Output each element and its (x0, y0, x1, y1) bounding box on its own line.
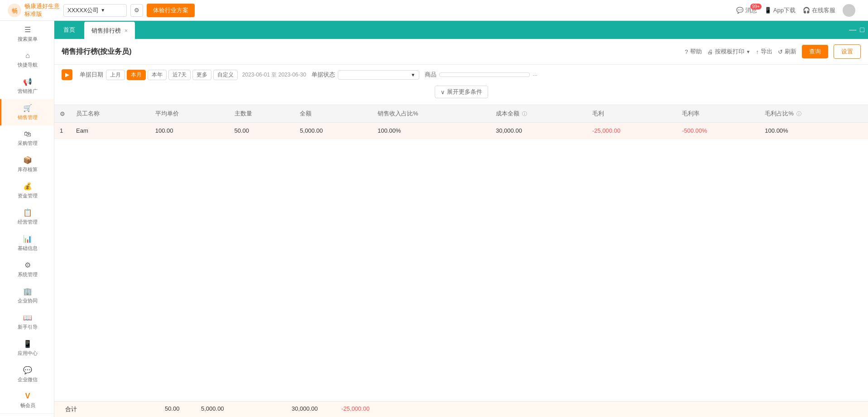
app-download-button[interactable]: 📱 App下载 (764, 6, 796, 14)
app-label: App下载 (773, 6, 796, 14)
enterprise-icon: 🏢 (23, 287, 32, 296)
cost-info-icon[interactable]: ⓘ (522, 111, 527, 116)
footer-cells: 合计 50.00 5,000.00 30,000.00 -25,000.00 (60, 405, 863, 413)
table-area: ⚙ 员工名称 平均单价 主数量 全额 销售收入占比% 成本全额 ⓘ 毛利 毛利率 (54, 105, 868, 401)
settings-button[interactable]: ⚙ (130, 4, 143, 17)
col-main-qty: 主数量 (229, 105, 295, 123)
tab-home[interactable]: 首页 (54, 21, 84, 39)
print-label: 按模板打印 (715, 48, 744, 56)
sidebar-item-marketing[interactable]: 📢 营销推广 (0, 73, 54, 99)
date-btn-more[interactable]: 更多 (192, 70, 211, 80)
sidebar-item-quick-nav[interactable]: ⌂ 快捷导航 (0, 47, 54, 73)
cell-amount-0: 5,000.00 (294, 123, 372, 139)
sidebar-item-system-label: 系统管理 (18, 271, 38, 278)
sidebar-item-sales-label: 销售管理 (18, 114, 38, 121)
sidebar-item-guide[interactable]: 📖 新手引导 (0, 309, 54, 335)
tab-close-icon[interactable]: × (125, 28, 128, 34)
date-btn-this-month[interactable]: 本月 (127, 70, 146, 80)
logo-text: 畅康通好生意 标准版 (24, 3, 60, 18)
date-btn-7days[interactable]: 近7天 (168, 70, 191, 80)
cell-avg-price-0: 100.00 (150, 123, 229, 139)
message-button[interactable]: 💬 消息 99+ (736, 6, 757, 14)
table-header-row: ⚙ 员工名称 平均单价 主数量 全额 销售收入占比% 成本全额 ⓘ 毛利 毛利率 (54, 105, 868, 123)
sidebar-item-app-center-label: 应用中心 (18, 350, 38, 357)
refresh-label: 刷新 (785, 48, 796, 56)
avatar[interactable] (843, 4, 855, 17)
sidebar-item-purchase[interactable]: 🛍 采购管理 (0, 125, 54, 151)
page-title: 销售排行榜(按业务员) (62, 47, 132, 57)
print-icon: 🖨 (707, 48, 713, 55)
export-label: 导出 (761, 48, 772, 56)
table-footer: 合计 50.00 5,000.00 30,000.00 -25,000.00 (54, 401, 868, 417)
main-layout: ☰ 搜索菜单 ⌂ 快捷导航 📢 营销推广 🛒 销售管理 🛍 采购管理 📦 库存核… (0, 21, 868, 417)
sidebar-item-app-center[interactable]: 📱 应用中心 (0, 335, 54, 361)
date-btn-last-month[interactable]: 上月 (106, 70, 125, 80)
col-gross-rate: 毛利率 (676, 105, 759, 123)
page-header: 销售排行榜(按业务员) ? 帮助 🖨 按模板打印 ▼ ↑ 导出 ↺ 刷新 (54, 39, 868, 65)
sidebar-item-enterprise-label: 企业协同 (18, 297, 38, 304)
sidebar-item-search-order[interactable]: ☰ 搜索菜单 (0, 21, 54, 47)
content-area: 首页 销售排行榜 × — □ 销售排行榜(按业务员) ? 帮助 🖨 按模 (54, 21, 868, 417)
top-bar: 畅 畅康通好生意 标准版 XXXXX公司 ▼ ⚙ 体验行业方案 💬 消息 99+… (0, 0, 868, 21)
filter-expand-arrow[interactable]: ▶ (62, 69, 72, 80)
refresh-button[interactable]: ↺ 刷新 (778, 48, 796, 56)
cell-gross-rate-0: -500.00% (676, 123, 759, 139)
query-button[interactable]: 查询 (802, 45, 828, 58)
sidebar-item-operation[interactable]: 📋 经营管理 (0, 204, 54, 230)
date-btn-custom[interactable]: 自定义 (213, 70, 238, 80)
export-button[interactable]: ↑ 导出 (756, 48, 773, 56)
sidebar-item-member[interactable]: V 畅会员 (0, 388, 54, 413)
filter-row: ▶ 单据日期 上月 本月 本年 近7天 更多 自定义 2023-06-01 至 … (62, 69, 861, 80)
status-filter-label: 单据状态 (312, 71, 335, 79)
expand-more-label: 展开更多条件 (447, 88, 482, 96)
help-icon: ? (685, 48, 688, 55)
col-gross: 毛利 (587, 105, 676, 123)
online-service-button[interactable]: 🎧 在线客服 (803, 6, 835, 14)
date-btn-this-year[interactable]: 本年 (148, 70, 167, 80)
sidebar-item-system[interactable]: ⚙ 系统管理 (0, 256, 54, 283)
sidebar-item-enterprise[interactable]: 🏢 企业协同 (0, 283, 54, 309)
search-order-icon: ☰ (24, 25, 31, 34)
footer-gross: -25,000.00 (336, 405, 386, 413)
expand-row: ∨ 展开更多条件 (62, 80, 861, 100)
footer-amount: 5,000.00 (196, 405, 241, 413)
settings-page-button[interactable]: 设置 (834, 44, 861, 59)
marketing-icon: 📢 (23, 77, 32, 86)
status-select[interactable]: ▼ (338, 70, 419, 80)
sidebar-item-purchase-label: 采购管理 (18, 140, 38, 147)
quick-nav-icon: ⌂ (25, 52, 30, 60)
footer-cost: 30,000.00 (286, 405, 336, 413)
trial-button[interactable]: 体验行业方案 (147, 4, 195, 17)
logo-icon: 畅 (7, 3, 22, 18)
system-icon: ⚙ (24, 261, 31, 269)
col-avg-price: 平均单价 (150, 105, 229, 123)
table-settings-icon[interactable]: ⚙ (60, 110, 65, 117)
tab-home-label: 首页 (63, 26, 75, 34)
sidebar-item-basic-info[interactable]: 📊 基础信息 (0, 230, 54, 256)
table-row: 1 Eam 100.00 50.00 5,000.00 100.00% 30,0… (54, 123, 868, 139)
tab-sales-ranking[interactable]: 销售排行榜 × (84, 22, 135, 40)
goods-more-button[interactable]: ··· (532, 72, 537, 78)
gross-pct-info-icon[interactable]: ⓘ (796, 111, 801, 116)
sidebar-item-inventory-label: 库存核算 (18, 166, 38, 173)
goods-input[interactable] (439, 72, 530, 77)
operation-icon: 📋 (23, 208, 32, 217)
sidebar-item-marketing-label: 营销推广 (18, 88, 38, 95)
message-icon: 💬 (736, 7, 743, 14)
purchase-icon: 🛍 (24, 130, 31, 138)
help-button[interactable]: ? 帮助 (685, 48, 701, 56)
basic-info-icon: 📊 (23, 235, 32, 243)
sidebar-item-wechat[interactable]: 💬 企业微信 (0, 361, 54, 388)
chevron-down-icon: ▼ (101, 8, 105, 13)
window-minimize-button[interactable]: — (849, 26, 856, 34)
print-button[interactable]: 🖨 按模板打印 ▼ (707, 48, 751, 56)
date-range-text: 2023-06-01 至 2023-06-30 (242, 71, 306, 79)
expand-more-button[interactable]: ∨ 展开更多条件 (435, 86, 488, 98)
filter-status: 单据状态 ▼ (312, 70, 419, 80)
company-select[interactable]: XXXXX公司 ▼ (63, 4, 127, 17)
window-maximize-button[interactable]: □ (860, 26, 864, 34)
sidebar-item-sales[interactable]: 🛒 销售管理 (0, 99, 54, 125)
wechat-icon: 💬 (23, 366, 32, 374)
sidebar-item-inventory[interactable]: 📦 库存核算 (0, 151, 54, 177)
sidebar-item-finance[interactable]: 💰 资金管理 (0, 177, 54, 204)
